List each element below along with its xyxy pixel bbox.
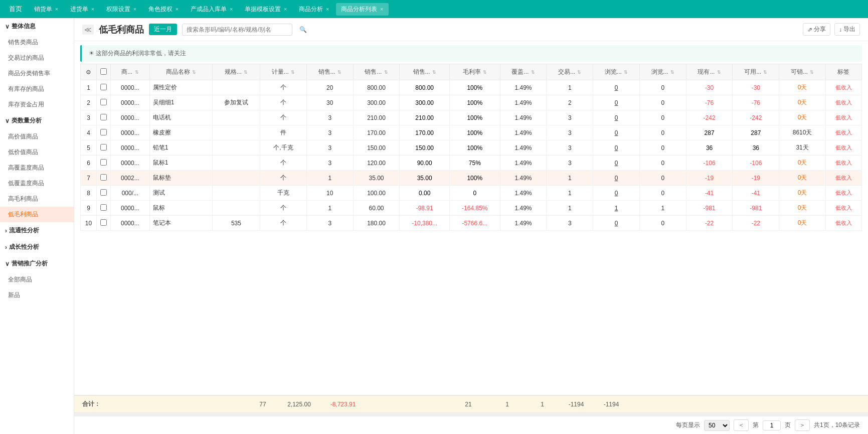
nav-roles[interactable]: 角色授权 × xyxy=(143,3,184,16)
nav-template[interactable]: 单据模板设置 × xyxy=(240,3,292,16)
row-checkbox[interactable] xyxy=(100,189,107,196)
nav-close-sales[interactable]: × xyxy=(55,6,58,12)
per-page-select[interactable]: 50 20 100 xyxy=(704,420,730,431)
nav-permissions[interactable]: 权限设置 × xyxy=(101,3,141,16)
row-checkbox[interactable] xyxy=(100,99,107,105)
row-view1[interactable]: 1 xyxy=(593,201,640,216)
sidebar-item-sales-products[interactable]: 销售类商品 xyxy=(0,35,74,50)
sidebar-item-inventory-products[interactable]: 有库存的商品 xyxy=(0,81,74,97)
nav-home[interactable]: 首页 xyxy=(4,3,27,16)
view1-link[interactable]: 0 xyxy=(615,144,618,152)
col-sale-qty[interactable]: 销售... ⇅ xyxy=(306,64,353,80)
col-current-stock[interactable]: 现有... ⇅ xyxy=(686,64,733,80)
view1-link[interactable]: 0 xyxy=(615,160,618,167)
view1-link[interactable]: 0 xyxy=(615,175,618,182)
view1-link[interactable]: 0 xyxy=(615,220,618,227)
row-checkbox-cell[interactable] xyxy=(97,110,111,125)
col-spec[interactable]: 规格... ⇅ xyxy=(212,64,260,80)
share-button[interactable]: ⇗ 分享 xyxy=(803,23,830,36)
row-checkbox[interactable] xyxy=(100,84,107,90)
nav-analysis[interactable]: 商品分析 × xyxy=(294,3,334,16)
row-view1[interactable]: 0 xyxy=(593,171,640,186)
row-checkbox-cell[interactable] xyxy=(97,216,111,231)
row-view1[interactable]: 0 xyxy=(593,80,640,95)
row-checkbox-cell[interactable] xyxy=(97,140,111,156)
row-checkbox[interactable] xyxy=(100,129,107,135)
sidebar-item-low-value[interactable]: 低价值商品 xyxy=(0,144,74,160)
nav-close-product-in[interactable]: × xyxy=(230,6,233,12)
nav-close-roles[interactable]: × xyxy=(176,6,179,12)
nav-close-template[interactable]: × xyxy=(284,6,287,12)
sidebar-group-marketing[interactable]: ∨ 营销推广分析 xyxy=(0,255,74,272)
nav-close-permissions[interactable]: × xyxy=(133,6,136,12)
row-view1[interactable]: 0 xyxy=(593,110,640,125)
row-view1[interactable]: 0 xyxy=(593,95,640,110)
next-page-button[interactable]: ＞ xyxy=(795,419,810,431)
select-all-checkbox[interactable] xyxy=(100,68,107,75)
sidebar-group-circulation[interactable]: › 流通性分析 xyxy=(0,222,74,239)
sidebar-item-inventory-capital[interactable]: 库存资金占用 xyxy=(0,97,74,112)
col-view2[interactable]: 浏览... ⇅ xyxy=(639,64,686,80)
prev-page-button[interactable]: ＜ xyxy=(734,419,749,431)
col-coverage[interactable]: 覆盖... ⇅ xyxy=(500,64,547,80)
col-settings[interactable]: ⚙ xyxy=(81,64,97,80)
sidebar-item-low-coverage[interactable]: 低覆盖度商品 xyxy=(0,176,74,191)
col-unit[interactable]: 计量... ⇅ xyxy=(260,64,307,80)
filter-period-button[interactable]: 近一月 xyxy=(149,24,177,35)
row-checkbox-cell[interactable] xyxy=(97,80,111,95)
sidebar-item-high-margin[interactable]: 高毛利商品 xyxy=(0,191,74,207)
nav-close-analysis-list[interactable]: × xyxy=(380,6,383,12)
row-checkbox-cell[interactable] xyxy=(97,156,111,171)
col-trade-count[interactable]: 交易... ⇅ xyxy=(547,64,593,80)
col-code[interactable]: 商... ⇅ xyxy=(111,64,150,80)
sidebar-item-traded-products[interactable]: 交易过的商品 xyxy=(0,50,74,66)
row-checkbox[interactable] xyxy=(100,174,107,181)
col-available[interactable]: 可用... ⇅ xyxy=(733,64,779,80)
row-view1[interactable]: 0 xyxy=(593,216,640,231)
col-gross-margin[interactable]: 毛利率 ⇅ xyxy=(449,64,500,80)
row-checkbox-cell[interactable] xyxy=(97,95,111,110)
row-checkbox-cell[interactable] xyxy=(97,125,111,140)
nav-sales[interactable]: 销货单 × xyxy=(29,3,63,16)
search-input[interactable] xyxy=(182,24,292,36)
row-checkbox[interactable] xyxy=(100,114,107,120)
sidebar-group-overall[interactable]: ∨ 整体信息 xyxy=(0,18,74,35)
view1-link[interactable]: 1 xyxy=(615,205,618,212)
view1-link[interactable]: 0 xyxy=(615,84,618,91)
sidebar-item-all-products[interactable]: 全部商品 xyxy=(0,272,74,287)
col-tag[interactable]: 标签 xyxy=(825,64,861,80)
row-checkbox-cell[interactable] xyxy=(97,201,111,216)
nav-analysis-list[interactable]: 商品分析列表 × xyxy=(336,3,388,16)
view1-link[interactable]: 0 xyxy=(615,190,618,197)
col-sale-price[interactable]: 销售... ⇅ xyxy=(353,64,400,80)
export-button[interactable]: ↓ 导出 xyxy=(834,23,860,36)
nav-purchase[interactable]: 进货单 × xyxy=(65,3,99,16)
view1-link[interactable]: 0 xyxy=(615,99,618,106)
col-sale-amount[interactable]: 销售... ⇅ xyxy=(400,64,450,80)
row-checkbox-cell[interactable] xyxy=(97,171,111,186)
sidebar-group-quantity-analysis[interactable]: ∨ 类数量分析 xyxy=(0,112,74,129)
row-checkbox[interactable] xyxy=(100,204,107,211)
nav-close-purchase[interactable]: × xyxy=(91,6,94,12)
col-view1[interactable]: 浏览... ⇅ xyxy=(593,64,640,80)
row-checkbox[interactable] xyxy=(100,219,107,226)
sidebar-collapse-button[interactable]: ≪ xyxy=(82,25,94,35)
sidebar-item-new-products[interactable]: 新品 xyxy=(0,287,74,303)
col-name[interactable]: 商品名称 ⇅ xyxy=(149,64,212,80)
sidebar-item-low-margin[interactable]: 低毛利商品 xyxy=(0,207,74,222)
row-view1[interactable]: 0 xyxy=(593,125,640,140)
sidebar-item-high-value[interactable]: 高价值商品 xyxy=(0,129,74,144)
row-view1[interactable]: 0 xyxy=(593,186,640,201)
sidebar-item-high-coverage[interactable]: 高覆盖度商品 xyxy=(0,160,74,176)
col-saleable-days[interactable]: 可销... ⇅ xyxy=(779,64,826,80)
row-checkbox[interactable] xyxy=(100,144,107,151)
nav-product-in[interactable]: 产成品入库单 × xyxy=(186,3,238,16)
col-checkbox[interactable] xyxy=(97,64,111,80)
row-checkbox-cell[interactable] xyxy=(97,186,111,201)
row-view1[interactable]: 0 xyxy=(593,156,640,171)
row-checkbox[interactable] xyxy=(100,159,107,166)
sidebar-item-category-sales-rate[interactable]: 商品分类销售率 xyxy=(0,66,74,81)
search-icon[interactable]: 🔍 xyxy=(299,26,307,33)
sidebar-group-growth[interactable]: › 成长性分析 xyxy=(0,239,74,255)
view1-link[interactable]: 0 xyxy=(615,114,618,121)
